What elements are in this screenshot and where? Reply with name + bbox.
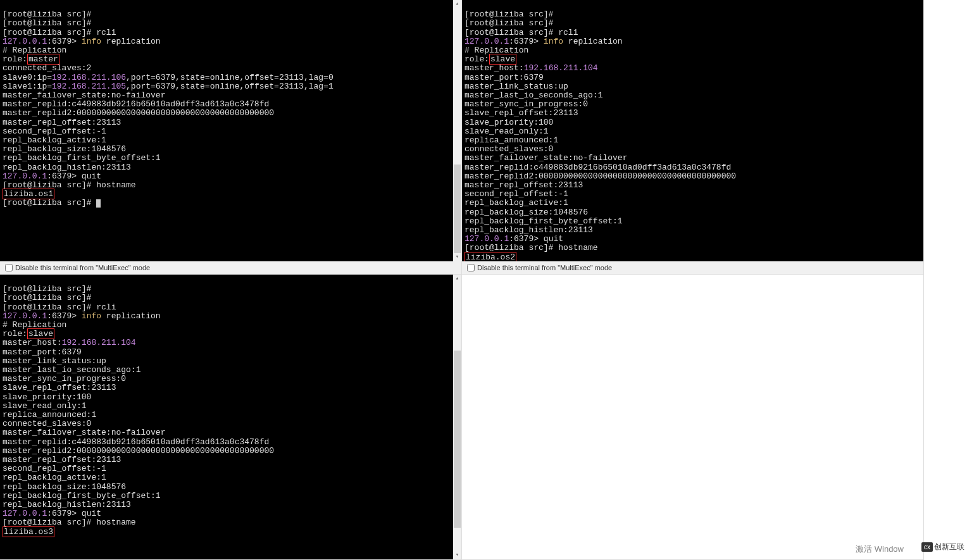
output-line: master_failover_state:no-failover — [3, 428, 165, 437]
prompt: [root@liziba src]# — [3, 284, 91, 294]
cursor-icon — [96, 199, 101, 208]
output-line: master_repl_offset:23113 — [3, 118, 121, 127]
prompt: [root@liziba src]# — [465, 18, 553, 28]
output-line: repl_backlog_active:1 — [3, 473, 106, 482]
prompt: [root@liziba src]# — [3, 198, 96, 208]
output-line: master_replid:c449883db9216b65010ad0dff3… — [3, 437, 269, 447]
terminal-output[interactable]: [root@liziba src]# [root@liziba src]# [r… — [0, 275, 461, 559]
pane-footer: Disable this terminal from "MultiExec" m… — [0, 261, 461, 274]
ip-address: 127.0.0.1 — [3, 509, 47, 518]
output-line: connected_slaves:2 — [3, 63, 91, 73]
output-line: master_replid2:0000000000000000000000000… — [465, 171, 736, 181]
terminal-pane-slave2: [root@liziba src]# [root@liziba src]# [r… — [462, 0, 924, 275]
output-line: master_repl_offset:23113 — [465, 180, 583, 190]
footer-label: Disable this terminal from "MultiExec" m… — [477, 264, 612, 271]
output-line: second_repl_offset:-1 — [465, 189, 568, 199]
watermark-badge: cx — [921, 542, 933, 552]
output-line: slave_read_only:1 — [3, 401, 87, 411]
ip-address: 127.0.0.1 — [465, 37, 509, 46]
output-line: repl_backlog_histlen:23113 — [465, 225, 593, 235]
terminal-pane-master: [root@liziba src]# [root@liziba src]# [r… — [0, 0, 462, 275]
output-line: repl_backlog_size:1048576 — [3, 482, 126, 492]
output-line: connected_slaves:0 — [465, 144, 553, 154]
output-line: slave_priority:100 — [465, 118, 553, 127]
windows-activate-text: 激活 Window — [856, 544, 904, 555]
terminal-pane-slave3: [root@liziba src]# [root@liziba src]# [r… — [0, 275, 462, 560]
ip-address: 127.0.0.1 — [3, 311, 47, 321]
multiexec-checkbox[interactable] — [467, 264, 475, 271]
output-line: repl_backlog_first_byte_offset:1 — [3, 153, 161, 163]
output-line: slave_read_only:1 — [465, 127, 549, 136]
scroll-down-icon[interactable]: ▾ — [453, 551, 461, 559]
scrollbar[interactable]: ▴ ▾ — [453, 0, 461, 261]
output-line: repl_backlog_active:1 — [3, 135, 106, 145]
scroll-down-icon[interactable]: ▾ — [453, 253, 461, 261]
output-line: master_failover_state:no-failover — [465, 153, 627, 163]
prompt: [root@liziba src]# rcli — [3, 28, 116, 37]
watermark: cx 创新互联 — [921, 542, 964, 552]
slave-ip: 192.168.211.106 — [52, 73, 126, 82]
prompt: [root@liziba src]# — [3, 18, 91, 28]
terminal-output[interactable]: [root@liziba src]# [root@liziba src]# [r… — [0, 0, 461, 261]
output-line: master_sync_in_progress:0 — [3, 374, 126, 383]
ip-address: 127.0.0.1 — [3, 171, 47, 181]
output-line: replica_announced:1 — [3, 410, 96, 420]
footer-label: Disable this terminal from "MultiExec" m… — [15, 264, 150, 271]
output-line: slave_priority:100 — [3, 392, 91, 402]
output-line: connected_slaves:0 — [3, 419, 91, 428]
output-line: master_replid:c449883db9216b65010ad0dff3… — [3, 99, 269, 109]
output-line: repl_backlog_histlen:23113 — [3, 500, 131, 509]
prompt: [root@liziba src]# — [465, 9, 553, 19]
output-line: master_port:6379 — [3, 347, 82, 357]
output-line: repl_backlog_first_byte_offset:1 — [465, 216, 623, 226]
output-line: second_repl_offset:-1 — [3, 464, 106, 473]
ip-address: 127.0.0.1 — [3, 37, 47, 46]
output-line: repl_backlog_first_byte_offset:1 — [3, 491, 161, 501]
hostname-value: liziba.os3 — [3, 526, 54, 537]
output-line: replica_announced:1 — [465, 135, 558, 145]
output-line: repl_backlog_size:1048576 — [3, 144, 126, 154]
terminal-output[interactable]: [root@liziba src]# [root@liziba src]# [r… — [462, 0, 923, 261]
output-line: master_replid:c449883db9216b65010ad0dff3… — [465, 163, 731, 172]
output-line: master_link_status:up — [3, 356, 106, 366]
output-line: master_repl_offset:23113 — [3, 455, 121, 464]
scrollbar[interactable]: ▴ ▾ — [453, 275, 461, 559]
output-line: master_last_io_seconds_ago:1 — [3, 365, 140, 375]
command: info — [82, 37, 101, 46]
output-line: repl_backlog_active:1 — [465, 198, 568, 208]
output-line: repl_backlog_size:1048576 — [465, 208, 588, 217]
ip-address: 127.0.0.1 — [465, 234, 509, 244]
output-line: repl_backlog_histlen:23113 — [3, 163, 131, 172]
scroll-thumb[interactable] — [454, 351, 461, 528]
output-line: master_port:6379 — [465, 73, 544, 82]
output-line: slave_repl_offset:23113 — [3, 383, 116, 392]
output-line: master_link_status:up — [465, 82, 568, 91]
scroll-up-icon[interactable]: ▴ — [453, 275, 461, 283]
prompt: [root@liziba src]# — [3, 9, 91, 19]
output-line: master_sync_in_progress:0 — [465, 99, 588, 109]
scroll-thumb[interactable] — [454, 165, 461, 253]
command: info — [82, 311, 101, 321]
output-line: second_repl_offset:-1 — [3, 127, 106, 136]
prompt: [root@liziba src]# rcli — [465, 28, 578, 37]
master-ip: 192.168.211.104 — [524, 63, 598, 73]
output-line: slave_repl_offset:23113 — [465, 108, 578, 118]
prompt: [root@liziba src]# — [3, 293, 91, 302]
command: info — [544, 37, 563, 46]
prompt: [root@liziba src]# rcli — [3, 302, 116, 312]
empty-pane — [462, 275, 924, 560]
scroll-up-icon[interactable]: ▴ — [453, 0, 461, 8]
watermark-text: 创新互联 — [934, 542, 964, 552]
empty-area — [462, 275, 923, 559]
hostname-value: liziba.os2 — [465, 252, 516, 261]
master-ip: 192.168.211.104 — [62, 338, 136, 347]
output-line: master_replid2:0000000000000000000000000… — [3, 446, 274, 456]
slave-ip: 192.168.211.105 — [52, 82, 126, 91]
output-line: master_replid2:0000000000000000000000000… — [3, 108, 274, 118]
multiexec-checkbox[interactable] — [5, 264, 13, 271]
output-line: master_failover_state:no-failover — [3, 90, 165, 100]
pane-footer: Disable this terminal from "MultiExec" m… — [462, 261, 923, 274]
output-line: master_last_io_seconds_ago:1 — [465, 90, 602, 100]
